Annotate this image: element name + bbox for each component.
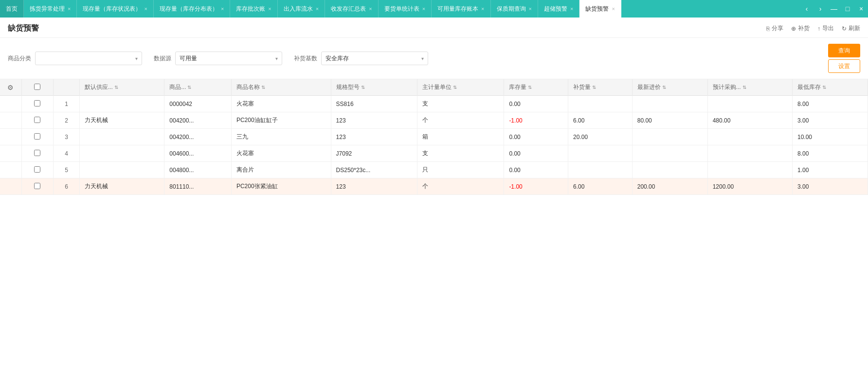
settings-gear-icon[interactable]: ⚙ [7, 84, 14, 91]
tab-close-inout-flow[interactable]: × [316, 6, 319, 12]
row-goods-code: 004200... [164, 112, 232, 129]
col-replenish-qty[interactable]: 补货量 ⇅ [568, 79, 633, 96]
category-filter-group: 商品分类 ▾ [8, 52, 142, 65]
settings-button[interactable]: 设置 [828, 59, 860, 73]
tab-close-available-ledger[interactable]: × [481, 6, 484, 12]
header-actions: ⎘ 分享 ⊕ 补货 ↑ 导出 ↻ 刷新 [766, 24, 860, 33]
row-est-purchase: 480.00 [707, 112, 792, 129]
row-spec: 123 [331, 178, 417, 195]
filter-row: 商品分类 ▾ 数据源 可用量 ▾ 补货基数 安全库存 ▾ 查询 设置 [0, 38, 868, 79]
data-table: ⚙ 默认供应... ⇅ 商品... [0, 79, 868, 195]
row-num: 2 [54, 112, 80, 129]
main-content: 缺货预警 ⎘ 分享 ⊕ 补货 ↑ 导出 ↻ 刷新 商品分类 [0, 18, 868, 387]
row-unit: 箱 [417, 129, 504, 145]
row-supplier [79, 96, 164, 112]
query-button[interactable]: 查询 [828, 44, 860, 57]
row-goods-name: 火花塞 [231, 145, 331, 162]
col-goods-code[interactable]: 商品... ⇅ [164, 79, 232, 96]
col-default-supplier[interactable]: 默认供应... ⇅ [79, 79, 164, 96]
row-spec: DS250*23c... [331, 162, 417, 178]
row-supplier [79, 129, 164, 145]
row-min-stock: 8.00 [793, 96, 868, 112]
tab-overstock[interactable]: 超储预警 × [538, 0, 579, 18]
sort-supplier-icon: ⇅ [114, 85, 118, 90]
row-checkbox[interactable] [34, 133, 40, 140]
tab-close-refine-exception[interactable]: × [68, 6, 71, 12]
row-est-purchase [707, 129, 792, 145]
col-gear: ⚙ [0, 79, 21, 96]
row-latest-price [632, 129, 707, 145]
share-button[interactable]: ⎘ 分享 [766, 24, 783, 33]
row-replenish-qty: 6.00 [568, 112, 633, 129]
replenish-button[interactable]: ⊕ 补货 [791, 24, 810, 33]
tab-recv-summary[interactable]: 收发存汇总表 × [325, 0, 378, 18]
tab-stock-status[interactable]: 现存量（库存状况表） × [77, 0, 153, 18]
tab-home[interactable]: 首页 [0, 0, 24, 18]
row-min-stock: 10.00 [793, 129, 868, 145]
tab-close-stock-status[interactable]: × [144, 6, 147, 12]
select-all-checkbox[interactable] [34, 84, 40, 90]
row-stock-qty: -1.00 [504, 178, 568, 195]
category-select[interactable]: ▾ [35, 52, 142, 65]
tab-scroll-left[interactable]: ‹ [800, 0, 814, 18]
row-checkbox[interactable] [34, 117, 40, 123]
row-replenish-qty: 20.00 [568, 129, 633, 145]
row-gear-cell [0, 178, 21, 195]
row-checkbox[interactable] [34, 166, 40, 173]
share-icon: ⎘ [766, 25, 770, 32]
tab-inout-flow[interactable]: 出入库流水 × [278, 0, 325, 18]
export-button[interactable]: ↑ 导出 [817, 24, 834, 33]
row-min-stock: 8.00 [793, 145, 868, 162]
table-row: 3 004200... 三九 123 箱 0.00 20.00 10.00 [0, 129, 868, 145]
window-close[interactable]: × [854, 0, 868, 18]
col-spec[interactable]: 规格型号 ⇅ [331, 79, 417, 96]
tab-close-recv-summary[interactable]: × [369, 6, 372, 12]
tab-close-shortage[interactable]: × [612, 6, 615, 12]
table-row: 2 力天机械 004200... PC200油缸缸子 123 个 -1.00 6… [0, 112, 868, 129]
sort-price-icon: ⇅ [662, 85, 666, 90]
col-unit[interactable]: 主计量单位 ⇅ [417, 79, 504, 96]
tab-close-stock-dist[interactable]: × [221, 6, 224, 12]
datasource-dropdown-icon: ▾ [275, 56, 278, 61]
col-min-stock[interactable]: 最低库存 ⇅ [793, 79, 868, 96]
tab-stock-batch[interactable]: 库存批次账 × [230, 0, 277, 18]
tab-close-expiry-query[interactable]: × [529, 6, 532, 12]
col-stock-qty[interactable]: 库存量 ⇅ [504, 79, 568, 96]
tab-demand-stats[interactable]: 要货单统计表 × [379, 0, 432, 18]
datasource-filter-group: 数据源 可用量 ▾ [154, 52, 282, 65]
tab-scroll-right[interactable]: › [814, 0, 827, 18]
table-row: 4 004600... 火花塞 J7092 支 0.00 8.00 [0, 145, 868, 162]
col-est-purchase[interactable]: 预计采购... ⇅ [707, 79, 792, 96]
tab-refine-exception[interactable]: 拣货异常处理 × [24, 0, 77, 18]
row-supplier [79, 145, 164, 162]
tab-shortage[interactable]: 缺货预警 × [579, 0, 621, 18]
sort-stock-icon: ⇅ [528, 85, 532, 90]
tab-close-overstock[interactable]: × [570, 6, 573, 12]
replenish-base-select[interactable]: 安全库存 ▾ [321, 52, 428, 65]
row-checkbox[interactable] [34, 100, 40, 106]
row-goods-code: 004600... [164, 145, 232, 162]
tab-available-ledger[interactable]: 可用量库存账本 × [432, 0, 490, 18]
row-est-purchase [707, 162, 792, 178]
col-goods-name[interactable]: 商品名称 ⇅ [231, 79, 331, 96]
row-latest-price [632, 162, 707, 178]
window-restore[interactable]: □ [841, 0, 854, 18]
row-checkbox[interactable] [34, 183, 40, 189]
tab-expiry-query[interactable]: 保质期查询 × [491, 0, 538, 18]
row-supplier [79, 162, 164, 178]
col-latest-price[interactable]: 最新进价 ⇅ [632, 79, 707, 96]
row-num: 6 [54, 178, 80, 195]
tab-close-demand-stats[interactable]: × [422, 6, 425, 12]
tab-stock-dist[interactable]: 现存量（库存分布表） × [154, 0, 230, 18]
row-checkbox[interactable] [34, 150, 40, 156]
row-goods-code: 801110... [164, 178, 232, 195]
datasource-select[interactable]: 可用量 ▾ [175, 52, 282, 65]
window-minimize[interactable]: — [827, 0, 841, 18]
tab-close-stock-batch[interactable]: × [268, 6, 271, 12]
row-gear-cell [0, 112, 21, 129]
row-spec: J7092 [331, 145, 417, 162]
datasource-select-value: 可用量 [180, 54, 197, 63]
row-latest-price: 200.00 [632, 178, 707, 195]
refresh-button[interactable]: ↻ 刷新 [842, 24, 860, 33]
row-stock-qty: 0.00 [504, 162, 568, 178]
